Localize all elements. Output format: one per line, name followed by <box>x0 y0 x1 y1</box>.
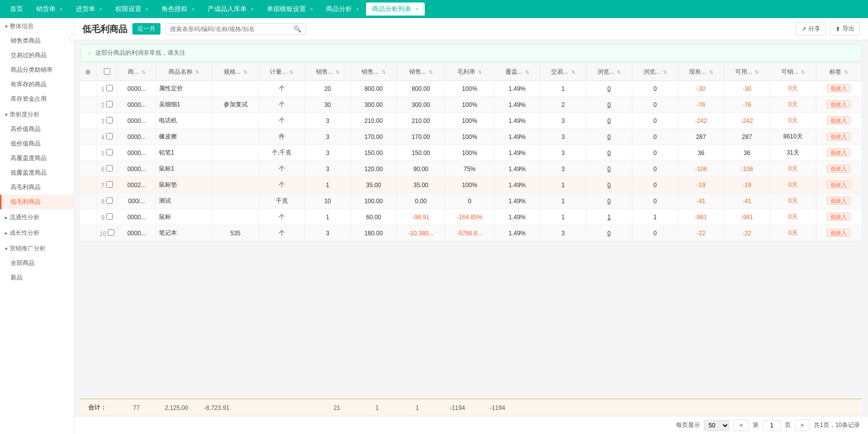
sidebar-group-coverage[interactable]: ▾ 类射度分析 <box>0 106 74 122</box>
sidebar-item-low-value[interactable]: 低价值商品 <box>0 136 74 151</box>
nav-purchase[interactable]: 进货单 × <box>70 3 108 16</box>
select-all-checkbox[interactable] <box>104 68 110 75</box>
row-checkbox[interactable] <box>108 229 114 236</box>
share-button[interactable]: ↗ 分享 <box>796 22 826 36</box>
views1-link[interactable]: 0 <box>607 198 611 205</box>
close-icon[interactable]: × <box>356 6 359 12</box>
row-checkbox[interactable] <box>106 133 113 139</box>
row-checkbox[interactable] <box>106 213 113 220</box>
views1-link[interactable]: 0 <box>607 133 611 140</box>
cell-views1[interactable]: 0 <box>586 193 632 209</box>
cell-name[interactable]: 笔记本 <box>155 225 212 241</box>
sidebar-item-low-coverage[interactable]: 低覆盖度商品 <box>0 166 74 180</box>
views1-link[interactable]: 0 <box>607 101 611 108</box>
sidebar-item-low-margin[interactable]: 低毛利商品 <box>0 195 74 209</box>
col-sales-price[interactable]: 销售... ⇅ <box>351 64 397 81</box>
nav-template-setting[interactable]: 单据模板设置 × <box>261 3 319 16</box>
cell-checkbox[interactable]: 5 <box>96 145 118 161</box>
cell-views1[interactable]: 0 <box>586 81 632 97</box>
sidebar-group-marketing[interactable]: ▾ 营销推广分析 <box>0 240 74 256</box>
cell-name[interactable]: 鼠标 <box>155 209 212 225</box>
cell-checkbox[interactable]: 8 <box>96 193 118 209</box>
nav-role-auth[interactable]: 角色授权 × <box>155 3 201 16</box>
sidebar-item-stocked-goods[interactable]: 有库存的商品 <box>0 77 74 92</box>
col-current-stock[interactable]: 现有... ⇅ <box>678 64 724 81</box>
cell-name[interactable]: 橡皮擦 <box>155 129 212 145</box>
close-icon[interactable]: × <box>99 6 102 12</box>
cell-name[interactable]: 铅笔1 <box>155 145 212 161</box>
per-page-select[interactable]: 50 100 200 <box>704 420 730 431</box>
nav-sales[interactable]: 销货单 × <box>30 3 69 16</box>
col-transaction[interactable]: 交易... ⇅ <box>540 64 586 81</box>
col-unit[interactable]: 计量... ⇅ <box>259 64 305 81</box>
cell-checkbox[interactable]: 10 <box>96 225 118 241</box>
sidebar-item-stock-capital[interactable]: 库存资金占用 <box>0 92 74 106</box>
close-icon[interactable]: × <box>310 6 313 12</box>
cell-checkbox[interactable]: 1 <box>96 81 118 97</box>
row-checkbox[interactable] <box>106 117 113 123</box>
nav-home[interactable]: 首页 <box>4 3 29 16</box>
cell-checkbox[interactable]: 9 <box>96 209 118 225</box>
cell-name[interactable]: 吴细细1 <box>155 97 212 113</box>
cell-checkbox[interactable]: 7 <box>96 177 118 193</box>
close-icon[interactable]: × <box>192 6 195 12</box>
search-icon[interactable]: 🔍 <box>293 25 301 33</box>
col-coverage[interactable]: 覆盖... ⇅ <box>494 64 540 81</box>
views1-link[interactable]: 1 <box>607 214 611 221</box>
col-sales-qty[interactable]: 销售... ⇅ <box>305 64 351 81</box>
period-button[interactable]: 近一月 <box>132 23 160 35</box>
close-icon[interactable]: × <box>145 6 148 12</box>
sidebar-item-high-coverage[interactable]: 高覆盖度商品 <box>0 151 74 166</box>
col-sellable[interactable]: 可销... ⇅ <box>770 64 816 81</box>
col-code[interactable]: 商... ⇅ <box>118 64 156 81</box>
col-gear[interactable]: ⚙ <box>80 64 96 81</box>
col-gross-margin[interactable]: 毛利率 ⇅ <box>445 64 494 81</box>
views1-link[interactable]: 0 <box>607 182 611 189</box>
row-checkbox[interactable] <box>106 101 113 107</box>
sidebar-group-overview[interactable]: ▾ 整体信息 <box>0 18 74 34</box>
sidebar-item-high-value[interactable]: 高价值商品 <box>0 122 74 136</box>
page-number-input[interactable] <box>763 420 781 430</box>
prev-page-button[interactable]: ＜ <box>734 419 749 431</box>
close-icon[interactable]: × <box>60 6 63 12</box>
views1-link[interactable]: 0 <box>607 166 611 173</box>
cell-views1[interactable]: 0 <box>586 161 632 177</box>
cell-checkbox[interactable]: 2 <box>96 97 118 113</box>
col-views2[interactable]: 浏览... ⇅ <box>632 64 678 81</box>
nav-goods-analysis-list[interactable]: 商品分析列表 × <box>366 3 424 16</box>
export-button[interactable]: ⬆ 导出 <box>830 22 860 36</box>
views1-link[interactable]: 0 <box>607 117 611 124</box>
close-icon[interactable]: × <box>415 6 418 12</box>
sidebar-item-sales-goods[interactable]: 销售类商品 <box>0 34 74 48</box>
search-input[interactable] <box>170 26 293 33</box>
cell-views1[interactable]: 0 <box>586 145 632 161</box>
views1-link[interactable]: 0 <box>607 150 611 157</box>
sidebar-item-all-goods[interactable]: 全部商品 <box>0 256 74 270</box>
sidebar-group-liquidity[interactable]: ▸ 流通性分析 <box>0 209 74 225</box>
sidebar-item-traded-goods[interactable]: 交易过的商品 <box>0 48 74 63</box>
col-name[interactable]: 商品名称 ⇅ <box>155 64 212 81</box>
row-checkbox[interactable] <box>106 165 113 172</box>
cell-views1[interactable]: 0 <box>586 177 632 193</box>
cell-views1[interactable]: 0 <box>586 97 632 113</box>
row-checkbox[interactable] <box>106 85 113 91</box>
cell-views1[interactable]: 0 <box>586 129 632 145</box>
col-sales-amount[interactable]: 销售... ⇅ <box>397 64 445 81</box>
cell-name[interactable]: 电话机 <box>155 113 212 129</box>
nav-product-entry[interactable]: 产成品入库单 × <box>202 3 260 16</box>
cell-name[interactable]: 鼠标垫 <box>155 177 212 193</box>
cell-checkbox[interactable]: 3 <box>96 113 118 129</box>
row-checkbox[interactable] <box>106 181 113 188</box>
col-tag[interactable]: 标签 ⇅ <box>816 64 861 81</box>
col-spec[interactable]: 规格... ⇅ <box>212 64 259 81</box>
sidebar-item-new-goods[interactable]: 新品 <box>0 270 74 285</box>
col-available[interactable]: 可用... ⇅ <box>724 64 770 81</box>
nav-goods-analysis[interactable]: 商品分析 × <box>320 3 365 16</box>
row-checkbox[interactable] <box>106 149 113 156</box>
close-icon[interactable]: × <box>251 6 254 12</box>
sidebar-item-high-margin[interactable]: 高毛利商品 <box>0 180 74 195</box>
sidebar-group-growth[interactable]: ▸ 成长性分析 <box>0 225 74 240</box>
row-checkbox[interactable] <box>106 197 113 204</box>
cell-views1[interactable]: 0 <box>586 225 632 241</box>
cell-name[interactable]: 鼠标1 <box>155 161 212 177</box>
